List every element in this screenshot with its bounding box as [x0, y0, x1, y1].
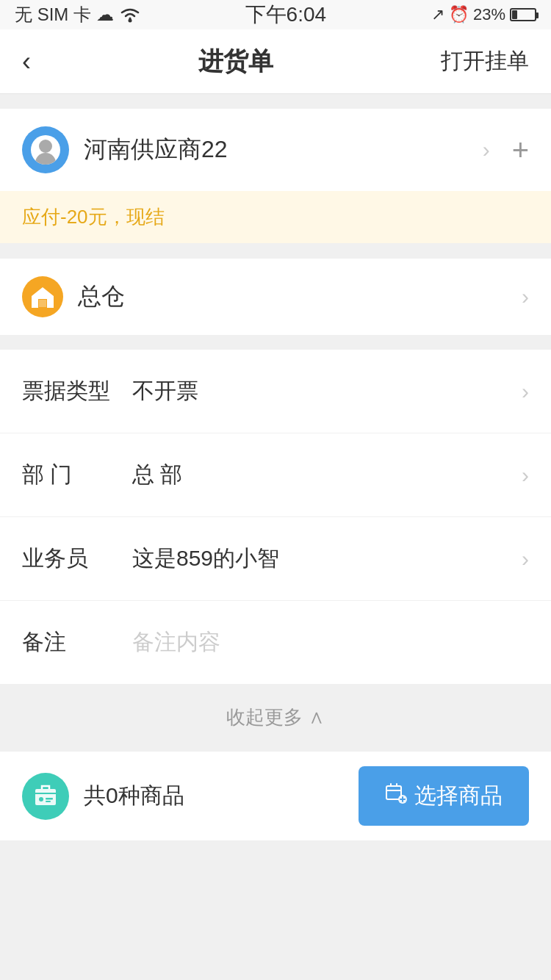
battery-percent: 23% [473, 5, 505, 24]
wifi-icon [120, 7, 140, 23]
battery-icon [510, 8, 536, 21]
product-count: 共0种商品 [84, 781, 359, 811]
select-product-icon [385, 783, 407, 809]
page-background [0, 840, 551, 980]
department-chevron-icon: › [522, 463, 529, 488]
status-right: ↗ ⏰ 23% [431, 5, 536, 24]
collapse-row[interactable]: 收起更多 ∧ [0, 684, 551, 751]
invoice-type-row[interactable]: 票据类型 不开票 › [0, 350, 551, 433]
svg-rect-6 [46, 801, 51, 802]
department-value: 总 部 [125, 460, 522, 490]
warehouse-section: 总仓 › [0, 258, 551, 335]
remark-label: 备注 [22, 627, 125, 657]
add-supplier-button[interactable]: + [512, 135, 529, 165]
remark-row[interactable]: 备注 备注内容 [0, 601, 551, 684]
warehouse-icon [22, 276, 63, 317]
warehouse-name: 总仓 [78, 281, 522, 313]
page-title: 进货单 [198, 45, 273, 79]
salesperson-value: 这是859的小智 [125, 544, 522, 574]
svg-point-0 [128, 19, 132, 23]
payment-notice: 应付-20元，现结 [0, 191, 551, 243]
svg-point-4 [39, 797, 43, 801]
supplier-row[interactable]: 河南供应商22 › + [0, 109, 551, 191]
status-bar: 无 SIM 卡 ☁ 下午6:04 ↗ ⏰ 23% [0, 0, 551, 29]
section-divider-top [0, 94, 551, 109]
bottom-bar: 共0种商品 选择商品 [0, 751, 551, 840]
select-product-button[interactable]: 选择商品 [359, 766, 529, 826]
supplier-name: 河南供应商22 [84, 134, 483, 166]
invoice-type-value: 不开票 [125, 376, 522, 406]
department-row[interactable]: 部 门 总 部 › [0, 433, 551, 517]
svg-rect-5 [46, 798, 53, 800]
svg-rect-3 [35, 789, 56, 805]
salesperson-row[interactable]: 业务员 这是859的小智 › [0, 517, 551, 601]
location-icon: ↗ [431, 5, 444, 24]
invoice-type-label: 票据类型 [22, 376, 125, 406]
form-section: 票据类型 不开票 › 部 门 总 部 › 业务员 这是859的小智 › 备注 备… [0, 350, 551, 684]
salesperson-chevron-icon: › [522, 547, 529, 572]
status-left: 无 SIM 卡 ☁ [15, 3, 140, 26]
nav-bar: ‹ 进货单 打开挂单 [0, 29, 551, 94]
warehouse-chevron-icon: › [522, 284, 529, 309]
back-button[interactable]: ‹ [22, 46, 31, 77]
svg-rect-2 [39, 300, 46, 307]
collapse-label[interactable]: 收起更多 ∧ [226, 705, 324, 730]
product-icon [22, 773, 69, 820]
supplier-chevron-icon: › [483, 137, 490, 162]
select-product-label: 选择商品 [414, 781, 503, 811]
salesperson-label: 业务员 [22, 544, 125, 574]
open-pending-button[interactable]: 打开挂单 [441, 46, 529, 76]
department-label: 部 门 [22, 460, 125, 490]
warehouse-row[interactable]: 总仓 › [0, 258, 551, 335]
alarm-icon: ⏰ [449, 5, 469, 24]
supplier-section: 河南供应商22 › + 应付-20元，现结 [0, 109, 551, 243]
status-time: 下午6:04 [245, 1, 327, 29]
remark-input[interactable]: 备注内容 [125, 627, 529, 657]
supplier-avatar [22, 126, 69, 173]
invoice-type-chevron-icon: › [522, 379, 529, 404]
sim-status: 无 SIM 卡 ☁ [15, 3, 114, 26]
supplier-actions: › + [483, 135, 529, 165]
